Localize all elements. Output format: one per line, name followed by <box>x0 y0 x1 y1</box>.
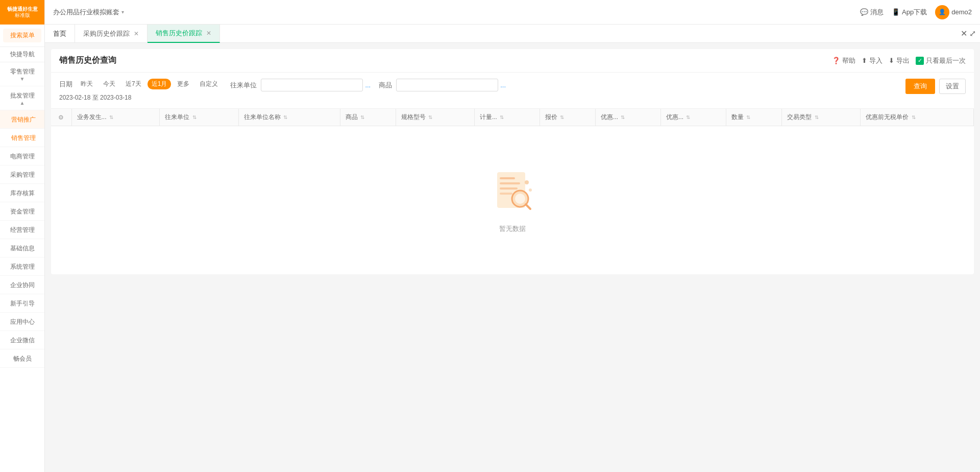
search-menu-button[interactable]: 搜索菜单 <box>3 29 41 42</box>
table-col-partner-code[interactable]: 往来单位 ⇅ <box>160 109 238 126</box>
import-button[interactable]: ⬆ 导入 <box>862 56 883 65</box>
table-col-partner-name[interactable]: 往来单位名称 ⇅ <box>238 109 340 126</box>
tab-purchase-history-close[interactable]: ✕ <box>134 30 139 37</box>
partner-input-group: ... <box>261 79 371 91</box>
sidebar-item-wholesale[interactable]: 批发管理 ▲ <box>0 86 44 110</box>
sidebar-item-basic[interactable]: 基础信息 <box>0 239 44 257</box>
sidebar-item-marketing[interactable]: 营销推广 <box>0 110 44 129</box>
sort-icon: ⇅ <box>428 114 432 120</box>
table-col-settings[interactable]: ⚙ <box>51 109 71 126</box>
table-header: ⚙ 业务发生... ⇅ 往来单位 ⇅ 往来单位名称 <box>51 109 974 126</box>
page-header-actions: ❓ 帮助 ⬆ 导入 ⬇ 导出 ✓ 只看最后一 <box>832 56 966 65</box>
col-partner-name-label: 往来单位名称 <box>244 113 281 121</box>
sidebar-quick-nav[interactable]: 快捷导航 <box>0 47 44 62</box>
header-left: 办公用品行业模拟账套 ▾ <box>53 8 124 17</box>
setting-button[interactable]: 设置 <box>939 79 966 94</box>
download-icon: 📱 <box>892 8 900 16</box>
partner-picker-button[interactable]: ... <box>365 81 371 89</box>
sidebar-item-finance[interactable]: 资金管理 <box>0 202 44 221</box>
col-business-date-label: 业务发生... <box>77 113 107 121</box>
sort-icon: ⇅ <box>686 114 690 120</box>
tab-home-label: 首页 <box>53 29 66 38</box>
table-col-unit[interactable]: 计量... ⇅ <box>474 109 540 126</box>
svg-point-9 <box>529 188 532 192</box>
col-price-label: 报价 <box>545 113 557 121</box>
date-option-more[interactable]: 更多 <box>173 79 193 89</box>
date-option-today[interactable]: 今天 <box>99 79 119 89</box>
help-button[interactable]: ❓ 帮助 <box>832 56 855 65</box>
sidebar-item-system[interactable]: 系统管理 <box>0 257 44 276</box>
table-col-spec[interactable]: 规格型号 ⇅ <box>396 109 474 126</box>
table-col-discount1[interactable]: 优惠... ⇅ <box>596 109 661 126</box>
app-selector[interactable]: 办公用品行业模拟账套 ▾ <box>53 8 124 17</box>
table-col-trade-type[interactable]: 交易类型 ⇅ <box>782 109 861 126</box>
sidebar-search-section: 搜索菜单 <box>0 25 44 47</box>
table-col-discount2[interactable]: 优惠... ⇅ <box>661 109 726 126</box>
sidebar-item-newbie[interactable]: 新手引导 <box>0 294 44 313</box>
import-icon: ⬆ <box>862 57 867 64</box>
date-option-custom[interactable]: 自定义 <box>195 79 222 89</box>
page-header: 销售历史价查询 ❓ 帮助 ⬆ 导入 ⬇ 导出 <box>51 49 974 73</box>
empty-state: 暂无数据 <box>51 126 974 274</box>
empty-illustration <box>487 167 538 218</box>
settings-icon[interactable]: ⚙ <box>58 114 64 121</box>
message-button[interactable]: 💬 消息 <box>860 8 884 17</box>
export-label: 导出 <box>896 56 910 65</box>
table-col-product[interactable]: 商品 ⇅ <box>340 109 396 126</box>
table-header-row: ⚙ 业务发生... ⇅ 往来单位 ⇅ 往来单位名称 <box>51 109 974 126</box>
sidebar-item-member[interactable]: 畅会员 <box>0 349 44 368</box>
sidebar-item-enterprise[interactable]: 企业协同 <box>0 276 44 294</box>
maximize-button[interactable]: ⤢ <box>969 29 976 38</box>
sidebar-item-enterprise-wechat[interactable]: 企业微信 <box>0 331 44 349</box>
partner-filter-label: 往来单位 <box>230 81 257 90</box>
col-unit-label: 计量... <box>480 113 497 121</box>
table-col-pretax-price[interactable]: 优惠前无税单价 ⇅ <box>861 109 974 126</box>
table-col-quantity[interactable]: 数量 ⇅ <box>726 109 782 126</box>
tab-sales-history-label: 销售历史价跟踪 <box>156 29 202 38</box>
sidebar-item-app-center[interactable]: 应用中心 <box>0 313 44 331</box>
sort-icon: ⇅ <box>560 114 564 120</box>
svg-rect-1 <box>500 177 515 179</box>
sidebar-item-operation[interactable]: 经营管理 <box>0 221 44 239</box>
only-last-label: 只看最后一次 <box>926 56 966 65</box>
product-input[interactable] <box>396 79 498 91</box>
sort-icon: ⇅ <box>360 114 364 120</box>
tab-sales-history-close[interactable]: ✕ <box>206 30 211 37</box>
tab-purchase-history[interactable]: 采购历史价跟踪 ✕ <box>75 25 148 43</box>
tab-sales-history[interactable]: 销售历史价跟踪 ✕ <box>148 25 220 43</box>
sort-icon: ⇅ <box>815 114 819 120</box>
user-menu[interactable]: 👤 demo2 <box>935 5 972 19</box>
product-picker-button[interactable]: ... <box>500 81 506 89</box>
date-option-last7[interactable]: 近7天 <box>121 79 145 89</box>
sidebar-item-ecommerce[interactable]: 电商管理 <box>0 147 44 166</box>
col-pretax-price-label: 优惠前无税单价 <box>866 113 909 121</box>
toggle-checkbox[interactable]: ✓ <box>916 57 924 65</box>
avatar: 👤 <box>935 5 949 19</box>
app-download-label: App下载 <box>902 8 927 17</box>
svg-point-6 <box>515 194 525 204</box>
query-button[interactable]: 查询 <box>905 79 935 94</box>
date-option-last1month[interactable]: 近1月 <box>148 79 172 89</box>
sidebar-item-retail[interactable]: 零售管理 ▼ <box>0 62 44 86</box>
close-all-tabs-button[interactable]: ✕ <box>961 29 967 38</box>
header-right: 💬 消息 📱 App下载 👤 demo2 <box>860 5 972 19</box>
product-filter-group: 商品 ... <box>379 79 506 91</box>
export-button[interactable]: ⬇ 导出 <box>889 56 910 65</box>
svg-rect-4 <box>500 193 512 195</box>
table-col-business-date[interactable]: 业务发生... ⇅ <box>71 109 160 126</box>
message-icon: 💬 <box>860 8 868 16</box>
table-col-price[interactable]: 报价 ⇅ <box>540 109 595 126</box>
app-download-button[interactable]: 📱 App下载 <box>892 8 927 17</box>
tab-home[interactable]: 首页 <box>45 25 75 43</box>
partner-filter-group: 往来单位 ... <box>230 79 371 91</box>
sidebar-item-inventory[interactable]: 库存核算 <box>0 184 44 202</box>
date-option-yesterday[interactable]: 昨天 <box>77 79 97 89</box>
svg-rect-3 <box>500 187 518 190</box>
sidebar-item-sales-mgmt[interactable]: 销售管理 <box>0 129 44 147</box>
col-discount2-label: 优惠... <box>666 113 683 121</box>
only-last-toggle[interactable]: ✓ 只看最后一次 <box>916 56 966 65</box>
sidebar-item-purchase[interactable]: 采购管理 <box>0 166 44 184</box>
import-label: 导入 <box>869 56 883 65</box>
date-options: 昨天 今天 近7天 近1月 更多 自定义 <box>77 79 222 89</box>
partner-input[interactable] <box>261 79 363 91</box>
